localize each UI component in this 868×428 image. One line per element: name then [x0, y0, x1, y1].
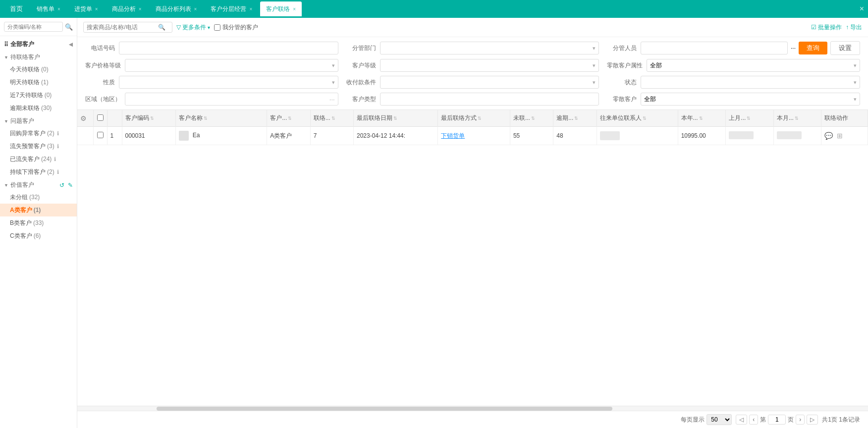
all-customers-label[interactable]: 全部客户: [10, 40, 34, 49]
nav-sales[interactable]: 销售单 ×: [31, 1, 66, 16]
filter-region-input[interactable]: ···: [125, 93, 338, 106]
customer-level-input[interactable]: [383, 62, 593, 69]
row-this-month: [773, 127, 821, 145]
close-customer-segment-icon[interactable]: ×: [249, 6, 252, 12]
filter-price-level-select[interactable]: ▾: [125, 59, 338, 72]
row-name: Ea: [176, 127, 267, 145]
sidebar-item-class-a[interactable]: A类客户(1): [0, 204, 77, 216]
sidebar-item-churned[interactable]: 已流失客户(24) ℹ: [0, 153, 77, 165]
main-search-icon[interactable]: 🔍: [158, 24, 165, 31]
filter-person-input[interactable]: [641, 42, 788, 54]
my-customers-checkbox[interactable]: 我分管的客户: [214, 23, 258, 32]
close-purchase-icon[interactable]: ×: [95, 6, 98, 12]
sidebar-item-tomorrow[interactable]: 明天待联络(1): [0, 76, 77, 89]
nav-product-analysis[interactable]: 商品分析 ×: [106, 1, 148, 16]
value-group-header[interactable]: ▼ 价值客户 ↺ ✎: [0, 178, 77, 191]
payment-chevron-icon[interactable]: ▾: [593, 79, 596, 86]
grid-action-icon[interactable]: ⊞: [837, 132, 843, 140]
status-chevron-icon[interactable]: ▾: [854, 79, 857, 86]
sidebar-search-input[interactable]: [4, 22, 63, 32]
sidebar-item-churn-warning[interactable]: 流失预警客户(3) ℹ: [0, 140, 77, 153]
filter-nature-select[interactable]: ▾: [119, 76, 338, 89]
price-level-chevron-icon[interactable]: ▾: [332, 62, 335, 69]
my-customers-check[interactable]: [214, 24, 220, 31]
table-settings-icon[interactable]: ⚙: [80, 114, 87, 122]
close-customer-contact-icon[interactable]: ×: [293, 6, 296, 12]
col-this-year: 本年...⇅: [678, 110, 726, 127]
sidebar-item-class-b[interactable]: B类客户(33): [0, 216, 77, 229]
row-select-checkbox[interactable]: [97, 132, 104, 138]
close-sales-icon[interactable]: ×: [57, 6, 60, 12]
sidebar-item-declining[interactable]: 持续下滑客户(2) ℹ: [0, 165, 77, 178]
nav-home[interactable]: 首页: [4, 1, 29, 16]
grid-icon: ⠿: [4, 41, 8, 48]
page-label: 第: [760, 416, 766, 424]
chat-action-icon[interactable]: 💬: [824, 132, 833, 140]
refresh-icon[interactable]: ↺: [59, 182, 64, 189]
region-input-field[interactable]: [128, 96, 329, 103]
nav-customer-segment[interactable]: 客户分层经营 ×: [205, 1, 258, 16]
collapse-sidebar-icon[interactable]: ◀: [69, 42, 73, 47]
filter-dept-select[interactable]: ▾: [380, 42, 599, 54]
customer-type-input-field[interactable]: [383, 96, 596, 103]
nav-product-list[interactable]: 商品分析列表 ×: [150, 1, 203, 16]
export-button[interactable]: ↑ 导出: [846, 23, 862, 32]
nature-input[interactable]: [122, 79, 332, 86]
filter-customer-type-input[interactable]: [380, 93, 599, 106]
payment-input[interactable]: [383, 79, 593, 86]
problem-group-header[interactable]: ▼ 问题客户: [0, 114, 77, 127]
price-level-input[interactable]: [128, 62, 332, 69]
scrollbar-thumb[interactable]: [157, 407, 612, 411]
sidebar-search-icon[interactable]: 🔍: [65, 23, 73, 31]
nature-chevron-icon[interactable]: ▾: [332, 79, 335, 86]
filter-customer-level-select[interactable]: ▾: [380, 59, 599, 72]
more-conditions-button[interactable]: ▽ 更多条件 ▾: [176, 23, 210, 32]
sidebar-item-today[interactable]: 今天待联络(0): [0, 63, 77, 76]
pending-triangle-icon: ▼: [4, 55, 8, 60]
query-button[interactable]: 查询: [799, 42, 827, 54]
last-page-button[interactable]: ▷: [807, 415, 818, 425]
filter-phone-input[interactable]: [119, 42, 338, 54]
filter-payment-select[interactable]: ▾: [380, 76, 599, 89]
sidebar-item-class-c[interactable]: C类客户(6): [0, 229, 77, 242]
next-page-button[interactable]: ›: [796, 415, 805, 425]
first-page-button[interactable]: ◁: [736, 415, 747, 425]
nav-customer-contact[interactable]: 客户联络 ×: [260, 1, 302, 16]
col-gear: ⚙: [77, 110, 93, 127]
region-ellipsis-icon[interactable]: ···: [329, 96, 335, 103]
pending-group-header[interactable]: ▼ 待联络客户: [0, 51, 77, 63]
main-search-input[interactable]: [87, 24, 156, 31]
status-input[interactable]: [644, 79, 854, 86]
filter-bar: 🔍 ▽ 更多条件 ▾ 我分管的客户 ☑ 批量操作 ↑ 导出: [77, 18, 868, 37]
close-product-analysis-icon[interactable]: ×: [139, 6, 142, 12]
horizontal-scrollbar[interactable]: [77, 406, 868, 411]
select-all-checkbox[interactable]: [97, 114, 104, 121]
filter-retail-attr-select[interactable]: 全部 ▾: [647, 59, 860, 72]
nav-purchase[interactable]: 进货单 ×: [68, 1, 104, 16]
col-actions: 联络动作: [821, 110, 868, 127]
close-product-list-icon[interactable]: ×: [194, 6, 197, 12]
retail-attr-chevron-icon[interactable]: ▾: [854, 62, 857, 69]
dept-chevron-icon[interactable]: ▾: [593, 45, 596, 52]
sidebar-item-7days[interactable]: 近7天待联络(0): [0, 89, 77, 102]
edit-group-icon[interactable]: ✎: [68, 182, 73, 189]
per-page-select[interactable]: 50 100 200: [706, 414, 732, 425]
batch-ops-button[interactable]: ☑ 批量操作: [811, 23, 842, 32]
customer-level-chevron-icon[interactable]: ▾: [593, 62, 596, 69]
sidebar-item-ungroup[interactable]: 未分组(32): [0, 191, 77, 204]
dept-input-field[interactable]: [383, 45, 593, 52]
person-ellipsis-icon[interactable]: ···: [791, 45, 796, 52]
last-contact-way-link[interactable]: 下销货单: [441, 132, 465, 139]
filter-status-select[interactable]: ▾: [641, 76, 860, 89]
filter-retail-select[interactable]: 全部 ▾: [641, 93, 860, 106]
settings-button[interactable]: 设置: [830, 41, 860, 55]
person-input-field[interactable]: [644, 45, 784, 52]
retail-chevron-icon[interactable]: ▾: [854, 96, 857, 103]
sidebar-item-repurchase-abnormal[interactable]: 回购异常客户(2) ℹ: [0, 127, 77, 140]
phone-input-field[interactable]: [122, 45, 335, 52]
sidebar-item-overdue[interactable]: 逾期未联络(30): [0, 102, 77, 114]
filter-price-level: 客户价格等级 ▾: [85, 59, 338, 72]
close-all-button[interactable]: ×: [860, 4, 864, 13]
prev-page-button[interactable]: ‹: [749, 415, 758, 425]
page-number-input[interactable]: [768, 415, 786, 425]
